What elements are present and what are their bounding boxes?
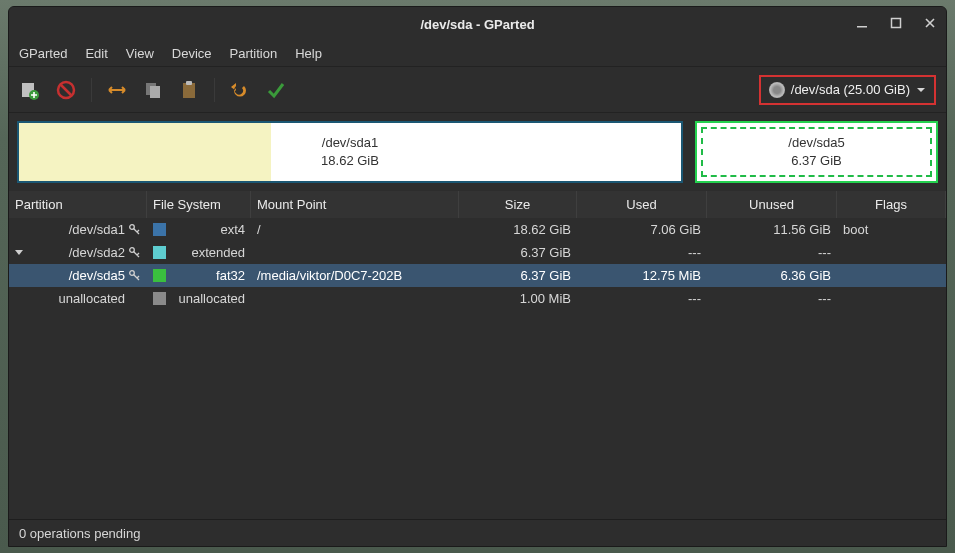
cell-partition: unallocated: [9, 287, 147, 310]
fs-swatch-icon: [153, 292, 166, 305]
table-body: /dev/sda1ext4/18.62 GiB7.06 GiB11.56 GiB…: [9, 218, 946, 310]
cell-partition: /dev/sda2: [9, 241, 147, 264]
col-filesystem[interactable]: File System: [147, 191, 251, 218]
partition-table: Partition File System Mount Point Size U…: [9, 191, 946, 519]
table-header-row: Partition File System Mount Point Size U…: [9, 191, 946, 218]
cell-filesystem: fat32: [147, 264, 251, 287]
device-selector[interactable]: /dev/sda (25.00 GiB): [759, 75, 936, 105]
cell-used: 7.06 GiB: [577, 218, 707, 241]
resize-move-icon[interactable]: [106, 79, 128, 101]
col-used[interactable]: Used: [577, 191, 707, 218]
col-partition[interactable]: Partition: [9, 191, 147, 218]
cell-unused: 6.36 GiB: [707, 264, 837, 287]
minimize-icon[interactable]: [852, 17, 872, 32]
toolbar-separator: [91, 78, 92, 102]
cell-mount: [251, 287, 459, 310]
window-title: /dev/sda - GParted: [420, 17, 534, 32]
col-mount-point[interactable]: Mount Point: [251, 191, 459, 218]
partition-size: 6.37 GiB: [788, 152, 844, 170]
window-controls: [852, 17, 940, 32]
cell-filesystem: ext4: [147, 218, 251, 241]
device-selector-label: /dev/sda (25.00 GiB): [791, 82, 910, 97]
menu-help[interactable]: Help: [295, 46, 322, 61]
lock-icon: [128, 223, 141, 236]
cell-size: 6.37 GiB: [459, 264, 577, 287]
cell-mount: [251, 241, 459, 264]
delete-partition-icon[interactable]: [55, 79, 77, 101]
lock-icon: [128, 292, 141, 305]
partition-graphic-label: /dev/sda1 18.62 GiB: [321, 134, 379, 169]
cell-mount: /: [251, 218, 459, 241]
menu-partition[interactable]: Partition: [230, 46, 278, 61]
toolbar: /dev/sda (25.00 GiB): [9, 67, 946, 113]
table-row[interactable]: /dev/sda1ext4/18.62 GiB7.06 GiB11.56 GiB…: [9, 218, 946, 241]
cell-partition: /dev/sda5: [9, 264, 147, 287]
menu-device[interactable]: Device: [172, 46, 212, 61]
fs-swatch-icon: [153, 269, 166, 282]
close-icon[interactable]: [920, 17, 940, 32]
partition-name: unallocated: [15, 291, 128, 306]
svg-rect-9: [186, 81, 192, 85]
expander-icon[interactable]: [15, 250, 23, 255]
apply-icon[interactable]: [265, 79, 287, 101]
cell-flags: boot: [837, 218, 946, 241]
usage-fill: [19, 123, 271, 181]
table-row[interactable]: unallocatedunallocated1.00 MiB------: [9, 287, 946, 310]
table-row[interactable]: /dev/sda2extended6.37 GiB------: [9, 241, 946, 264]
fs-text: unallocated: [172, 291, 245, 306]
cell-partition: /dev/sda1: [9, 218, 147, 241]
menu-edit[interactable]: Edit: [85, 46, 107, 61]
title-bar: /dev/sda - GParted: [9, 7, 946, 41]
cell-unused: ---: [707, 241, 837, 264]
partition-name: /dev/sda1: [15, 222, 128, 237]
disk-icon: [769, 82, 785, 98]
undo-icon[interactable]: [229, 79, 251, 101]
cell-size: 6.37 GiB: [459, 241, 577, 264]
cell-filesystem: unallocated: [147, 287, 251, 310]
fs-text: fat32: [172, 268, 245, 283]
copy-icon[interactable]: [142, 79, 164, 101]
svg-rect-8: [183, 83, 195, 98]
col-unused[interactable]: Unused: [707, 191, 837, 218]
paste-icon[interactable]: [178, 79, 200, 101]
partition-name: /dev/sda5: [15, 268, 128, 283]
cell-used: ---: [577, 241, 707, 264]
lock-icon: [128, 246, 141, 259]
partition-graphic: /dev/sda1 18.62 GiB /dev/sda5 6.37 GiB: [9, 113, 946, 191]
col-flags[interactable]: Flags: [837, 191, 946, 218]
svg-rect-0: [857, 26, 867, 28]
fs-text: ext4: [172, 222, 245, 237]
fs-text: extended: [172, 245, 245, 260]
fs-swatch-icon: [153, 223, 166, 236]
partition-name: /dev/sda1: [321, 134, 379, 152]
status-text: 0 operations pending: [19, 526, 140, 541]
menu-view[interactable]: View: [126, 46, 154, 61]
cell-filesystem: extended: [147, 241, 251, 264]
cell-used: 12.75 MiB: [577, 264, 707, 287]
svg-rect-1: [892, 18, 901, 27]
partition-graphic-sda1[interactable]: /dev/sda1 18.62 GiB: [17, 121, 683, 183]
cell-flags: [837, 241, 946, 264]
partition-name: /dev/sda2: [26, 245, 128, 260]
partition-name: /dev/sda5: [788, 134, 844, 152]
table-row[interactable]: /dev/sda5fat32/media/viktor/D0C7-202B6.3…: [9, 264, 946, 287]
maximize-icon[interactable]: [886, 17, 906, 32]
menu-gparted[interactable]: GParted: [19, 46, 67, 61]
svg-rect-7: [150, 86, 160, 98]
new-partition-icon[interactable]: [19, 79, 41, 101]
partition-graphic-sda5[interactable]: /dev/sda5 6.37 GiB: [695, 121, 938, 183]
lock-icon: [128, 269, 141, 282]
svg-line-5: [61, 85, 71, 95]
cell-flags: [837, 264, 946, 287]
toolbar-separator: [214, 78, 215, 102]
chevron-down-icon: [916, 85, 926, 95]
cell-unused: 11.56 GiB: [707, 218, 837, 241]
cell-mount: /media/viktor/D0C7-202B: [251, 264, 459, 287]
col-size[interactable]: Size: [459, 191, 577, 218]
partition-size: 18.62 GiB: [321, 152, 379, 170]
fs-swatch-icon: [153, 246, 166, 259]
partition-graphic-label: /dev/sda5 6.37 GiB: [788, 134, 844, 169]
cell-unused: ---: [707, 287, 837, 310]
status-bar: 0 operations pending: [9, 519, 946, 546]
cell-size: 1.00 MiB: [459, 287, 577, 310]
